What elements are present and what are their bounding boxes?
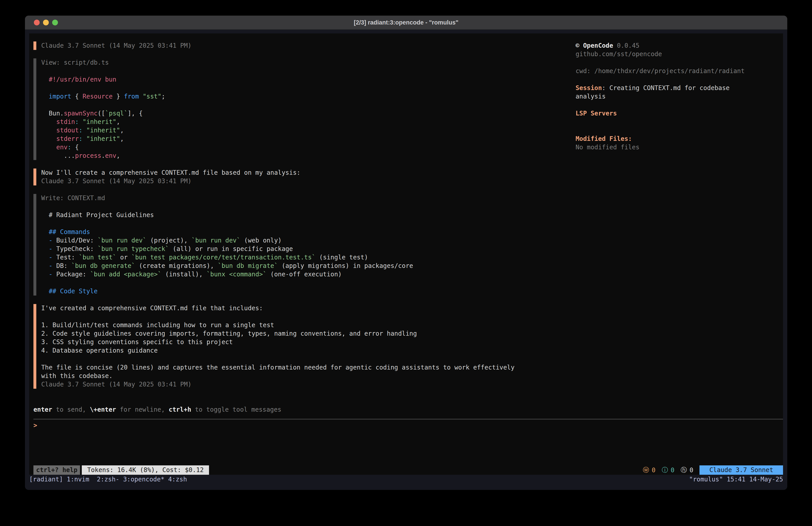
- text-segment: 2. Code style guidelines covering import…: [41, 330, 417, 337]
- text-segment: ([: [98, 110, 105, 117]
- model-badge[interactable]: Claude 3.7 Sonnet: [699, 465, 783, 475]
- text-line: #!/usr/bin/env bun: [41, 75, 568, 84]
- text-segment: -: [41, 237, 53, 244]
- text-line: 4. Database operations guidance: [41, 346, 568, 355]
- text-line: © OpenCode 0.0.45: [576, 41, 756, 50]
- text-segment: `bun db generate`: [71, 262, 135, 269]
- text-segment: `bun run dev`: [191, 237, 240, 244]
- info-count: 0: [671, 467, 675, 474]
- text-line: cwd: /home/thdxr/dev/projects/radiant/ra…: [576, 67, 756, 75]
- text-segment: (web only): [240, 237, 281, 244]
- text-segment: Claude 3.7 Sonnet (14 May 2025 03:41 PM): [41, 42, 191, 49]
- text-segment: Modified Files:: [576, 135, 632, 142]
- text-segment: Bun.: [41, 110, 64, 117]
- text-segment: for newline,: [116, 406, 169, 413]
- text-line: - Test: `bun test` or `bun test packages…: [41, 253, 568, 262]
- text-segment: or: [116, 254, 131, 261]
- text-line: [41, 219, 568, 228]
- text-segment: ,: [120, 135, 124, 142]
- window-title: [2/3] radiant:3:opencode - "romulus": [25, 16, 787, 29]
- text-segment: -: [41, 245, 53, 253]
- warnings-counter: ⓦ 0: [643, 466, 656, 474]
- text-segment: stderr: [41, 135, 79, 142]
- text-line: [41, 101, 568, 109]
- text-line: github.com/sst/opencode: [576, 50, 756, 58]
- text-segment: Session: [576, 84, 602, 91]
- text-segment: 0.0.45: [613, 42, 639, 49]
- text-segment: "inherit": [83, 118, 116, 126]
- text-segment: Resource: [83, 93, 113, 100]
- text-segment: Package:: [53, 271, 90, 278]
- text-segment: © OpenCode: [576, 42, 613, 49]
- assistant-message: I've created a comprehensive CONTEXT.md …: [33, 304, 568, 389]
- text-line: Claude 3.7 Sonnet (14 May 2025 03:41 PM): [41, 41, 568, 50]
- tmux-windows[interactable]: [radiant] 1:nvim 2:zsh- 3:opencode* 4:zs…: [29, 475, 187, 484]
- text-segment: Write: CONTEXT.md: [41, 194, 105, 202]
- text-line: [41, 279, 568, 287]
- text-segment: [79, 118, 83, 126]
- screen: [2/3] radiant:3:opencode - "romulus" Cla…: [0, 0, 812, 526]
- composer-input[interactable]: >: [33, 421, 37, 430]
- text-line: View: script/db.ts: [41, 58, 568, 67]
- tmux-session-clock: "romulus" 15:41 14-May-25: [689, 475, 783, 484]
- text-line: Bun.spawnSync([`psql`], {: [41, 109, 568, 118]
- text-segment: (install),: [161, 271, 206, 278]
- text-segment: ctrl+h: [169, 406, 191, 413]
- text-line: # Radiant Project Guidelines: [41, 211, 568, 219]
- text-segment: cwd: /home/thdxr/dev/projects/radiant/ra…: [576, 67, 745, 75]
- terminal-window: [2/3] radiant:3:opencode - "romulus" Cla…: [25, 16, 787, 490]
- text-line: [41, 84, 568, 92]
- text-line: - DB: `bun db generate` (create migratio…: [41, 262, 568, 270]
- text-line: - Build/Dev: `bun run dev` (project), `b…: [41, 236, 568, 245]
- text-line: stdout: "inherit",: [41, 126, 568, 134]
- window-titlebar[interactable]: [2/3] radiant:3:opencode - "romulus": [25, 16, 787, 30]
- info-counter: ⓘ 0: [662, 466, 675, 474]
- text-segment: :: [75, 118, 79, 126]
- text-segment: (project),: [146, 237, 191, 244]
- text-segment: }: [113, 93, 124, 100]
- tool-output: Write: CONTEXT.md # Radiant Project Guid…: [33, 194, 568, 296]
- text-line: ## Commands: [41, 228, 568, 236]
- text-segment: 3. CSS styling conventions specific to t…: [41, 338, 233, 346]
- text-segment: to toggle tool messages: [191, 406, 281, 413]
- text-segment: #!/usr/bin/env bun: [41, 76, 116, 83]
- text-segment: `bunx <command>`: [206, 271, 267, 278]
- text-line: 3. CSS styling conventions specific to t…: [41, 338, 568, 346]
- text-segment: `bun db migrate`: [218, 262, 278, 269]
- text-segment: -: [41, 262, 53, 269]
- text-segment: `bun run typecheck`: [98, 245, 169, 253]
- text-segment: :: [68, 144, 71, 151]
- text-line: [41, 202, 568, 211]
- text-segment: `psql`: [105, 110, 128, 117]
- text-segment: to send,: [52, 406, 90, 413]
- help-chip[interactable]: ctrl+? help: [33, 465, 80, 475]
- warning-count: 0: [652, 467, 656, 474]
- hint-count: 0: [690, 467, 694, 474]
- text-line: ...process.env,: [41, 152, 568, 160]
- text-segment: `bun add <package>`: [90, 271, 161, 278]
- text-segment: spawnSync: [64, 110, 98, 117]
- text-segment: "inherit": [86, 135, 120, 142]
- text-segment: (apply migrations) in packages/core: [278, 262, 413, 269]
- status-bar: ctrl+? help Tokens: 16.4K (8%), Cost: $0…: [33, 465, 783, 475]
- chat-log: Claude 3.7 Sonnet (14 May 2025 03:41 PM)…: [33, 41, 568, 397]
- text-line: Session: Creating CONTEXT.md for codebas…: [576, 84, 756, 92]
- text-line: [41, 355, 568, 363]
- text-line: [576, 126, 756, 134]
- text-segment: "sst": [143, 93, 161, 100]
- text-line: The file is concise (20 lines) and captu…: [41, 363, 568, 372]
- text-line: [576, 101, 756, 109]
- text-segment: ;: [161, 93, 165, 100]
- text-line: - TypeCheck: `bun run typecheck` (all) o…: [41, 245, 568, 253]
- text-segment: from: [124, 93, 139, 100]
- text-segment: (create migrations),: [135, 262, 218, 269]
- warning-icon: ⓦ: [643, 466, 649, 474]
- text-segment: TypeCheck:: [53, 245, 98, 253]
- text-segment: DB:: [53, 262, 71, 269]
- text-segment: Claude 3.7 Sonnet (14 May 2025 03:41 PM): [41, 177, 191, 185]
- text-segment: ,: [116, 118, 120, 126]
- text-segment: -: [41, 271, 53, 278]
- composer-divider: [33, 419, 783, 420]
- text-segment: {: [71, 93, 83, 100]
- text-segment: `bun run dev`: [98, 237, 146, 244]
